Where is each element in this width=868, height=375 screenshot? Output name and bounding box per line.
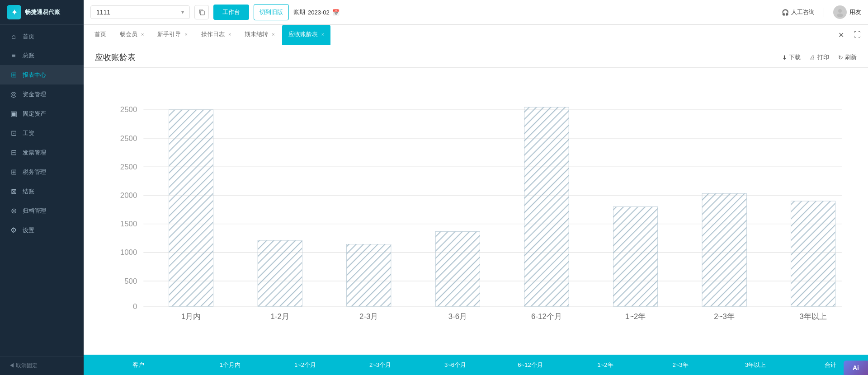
header: 1111 ▾ 工作台 切到旧版 账期 2023-02 📅 🎧 人工咨询 bbox=[84, 0, 868, 25]
svg-text:2~3年: 2~3年 bbox=[714, 312, 735, 321]
content-actions: ⬇ 下载 🖨 打印 ↻ 刷新 bbox=[782, 53, 857, 61]
tab-member[interactable]: 畅会员 × bbox=[113, 25, 150, 45]
svg-point-2 bbox=[837, 14, 843, 17]
company-name: 1111 bbox=[96, 9, 178, 16]
svg-point-1 bbox=[838, 9, 842, 13]
close-period-end-tab[interactable]: × bbox=[272, 32, 274, 37]
sidebar-item-assets[interactable]: ▣ 固定资产 bbox=[0, 104, 84, 123]
tab-bar: 首页 畅会员 × 新手引导 × 操作日志 × 期末结转 × 应收账龄表 × ✕ … bbox=[84, 25, 868, 45]
ai-badge[interactable]: Ai bbox=[844, 361, 868, 375]
assets-nav-icon: ▣ bbox=[9, 109, 18, 118]
page-title: 应收账龄表 bbox=[95, 52, 136, 63]
close-all-tabs-button[interactable]: ✕ bbox=[835, 28, 847, 41]
home-nav-label: 首页 bbox=[23, 33, 34, 41]
switch-version-button[interactable]: 切到旧版 bbox=[254, 4, 289, 20]
svg-text:2500: 2500 bbox=[120, 105, 137, 114]
svg-rect-20 bbox=[169, 110, 213, 306]
workbench-button[interactable]: 工作台 bbox=[213, 5, 249, 20]
sidebar: ✦ 畅捷通易代账 ⌂ 首页 ≡ 总账 ⊞ 报表中心 ◎ 资金管理 ▣ 固定资产 … bbox=[0, 0, 84, 375]
svg-text:2500: 2500 bbox=[120, 163, 137, 171]
tab-period-end-label: 期末结转 bbox=[245, 30, 268, 38]
tab-home-label: 首页 bbox=[94, 30, 106, 38]
cancel-pin-label: ◀ 取消固定 bbox=[9, 362, 38, 370]
tab-home[interactable]: 首页 bbox=[88, 25, 113, 45]
chart-area: 2500 2500 2500 2000 1500 1000 500 0 1月内 bbox=[84, 68, 868, 355]
svg-rect-26 bbox=[435, 231, 480, 306]
reports-nav-icon: ⊞ bbox=[9, 70, 18, 79]
close-aging-tab[interactable]: × bbox=[321, 32, 324, 37]
sidebar-item-tax[interactable]: ⊞ 税务管理 bbox=[0, 162, 84, 182]
svg-rect-24 bbox=[347, 244, 391, 307]
col-1-2months: 1~2个月 bbox=[268, 355, 343, 375]
customer-service-button[interactable]: 🎧 人工咨询 bbox=[782, 8, 815, 16]
tab-aging-label: 应收账龄表 bbox=[288, 30, 318, 38]
col-2-3months: 2~3个月 bbox=[343, 355, 418, 375]
tab-guide-label: 新手引导 bbox=[157, 30, 181, 38]
sidebar-item-funds[interactable]: ◎ 资金管理 bbox=[0, 84, 84, 104]
col-3-6months: 3~6个月 bbox=[418, 355, 493, 375]
copy-button[interactable] bbox=[194, 5, 209, 19]
sidebar-item-invoice[interactable]: ⊟ 发票管理 bbox=[0, 143, 84, 162]
page-content: 应收账龄表 ⬇ 下载 🖨 打印 ↻ 刷新 bbox=[84, 45, 868, 375]
svg-text:1-2月: 1-2月 bbox=[271, 312, 289, 321]
sidebar-item-ledger[interactable]: ≡ 总账 bbox=[0, 46, 84, 65]
svg-text:1000: 1000 bbox=[120, 248, 137, 257]
period-label: 账期 bbox=[293, 8, 305, 16]
print-icon: 🖨 bbox=[810, 54, 816, 61]
bar-chart: 2500 2500 2500 2000 1500 1000 500 0 1月内 bbox=[93, 77, 854, 346]
sidebar-item-home[interactable]: ⌂ 首页 bbox=[0, 27, 84, 46]
sidebar-footer[interactable]: ◀ 取消固定 bbox=[0, 356, 84, 375]
invoice-nav-icon: ⊟ bbox=[9, 148, 18, 157]
headset-icon: 🎧 bbox=[782, 9, 789, 16]
print-button[interactable]: 🖨 打印 bbox=[810, 53, 829, 61]
download-icon: ⬇ bbox=[782, 54, 787, 61]
close-oplog-tab[interactable]: × bbox=[228, 32, 231, 37]
settings-nav-icon: ⚙ bbox=[9, 226, 18, 234]
period-value: 2023-02 bbox=[308, 9, 330, 16]
sidebar-item-settlement[interactable]: ⊠ 结账 bbox=[0, 182, 84, 201]
period-info: 账期 2023-02 📅 bbox=[293, 8, 340, 16]
refresh-label: 刷新 bbox=[845, 53, 857, 61]
salary-nav-icon: ⊡ bbox=[9, 129, 18, 137]
svg-text:6-12个月: 6-12个月 bbox=[531, 312, 562, 321]
content-header: 应收账龄表 ⬇ 下载 🖨 打印 ↻ 刷新 bbox=[84, 45, 868, 68]
tab-period-end[interactable]: 期末结转 × bbox=[238, 25, 281, 45]
sidebar-item-reports[interactable]: ⊞ 报表中心 bbox=[0, 65, 84, 84]
user-info[interactable]: 用友 bbox=[833, 5, 861, 19]
svg-text:3-6月: 3-6月 bbox=[448, 312, 467, 321]
tab-aging[interactable]: 应收账龄表 × bbox=[282, 25, 330, 45]
maximize-button[interactable]: ⛶ bbox=[851, 28, 863, 41]
col-1-2years: 1~2年 bbox=[568, 355, 643, 375]
archive-nav-icon: ⊛ bbox=[9, 206, 18, 215]
refresh-button[interactable]: ↻ 刷新 bbox=[838, 53, 857, 61]
svg-text:2500: 2500 bbox=[120, 134, 137, 143]
home-nav-icon: ⌂ bbox=[9, 33, 18, 41]
sidebar-item-salary[interactable]: ⊡ 工资 bbox=[0, 123, 84, 143]
ledger-nav-icon: ≡ bbox=[9, 52, 18, 60]
refresh-icon: ↻ bbox=[838, 54, 843, 61]
main-content: 1111 ▾ 工作台 切到旧版 账期 2023-02 📅 🎧 人工咨询 bbox=[84, 0, 868, 375]
sidebar-logo: ✦ 畅捷通易代账 bbox=[0, 0, 84, 25]
close-member-tab[interactable]: × bbox=[141, 32, 144, 37]
tab-oplog[interactable]: 操作日志 × bbox=[195, 25, 237, 45]
tab-bar-controls: ✕ ⛶ bbox=[835, 28, 863, 41]
svg-rect-28 bbox=[524, 107, 569, 306]
username-label: 用友 bbox=[849, 8, 861, 16]
svg-text:1月内: 1月内 bbox=[181, 312, 201, 321]
col-2-3years: 2~3年 bbox=[643, 355, 718, 375]
col-1month: 1个月内 bbox=[193, 355, 268, 375]
sidebar-item-archive[interactable]: ⊛ 归档管理 bbox=[0, 201, 84, 220]
download-button[interactable]: ⬇ 下载 bbox=[782, 53, 801, 61]
svg-text:1500: 1500 bbox=[120, 220, 137, 228]
funds-nav-icon: ◎ bbox=[9, 90, 18, 98]
sidebar-item-settings[interactable]: ⚙ 设置 bbox=[0, 220, 84, 240]
header-divider bbox=[824, 8, 824, 17]
close-guide-tab[interactable]: × bbox=[184, 32, 187, 37]
settings-nav-label: 设置 bbox=[23, 226, 34, 234]
tab-member-label: 畅会员 bbox=[120, 30, 137, 38]
calendar-icon[interactable]: 📅 bbox=[332, 9, 340, 16]
funds-nav-label: 资金管理 bbox=[23, 90, 46, 98]
salary-nav-label: 工资 bbox=[23, 129, 34, 137]
company-selector[interactable]: 1111 ▾ bbox=[90, 5, 190, 19]
tab-guide[interactable]: 新手引导 × bbox=[151, 25, 193, 45]
